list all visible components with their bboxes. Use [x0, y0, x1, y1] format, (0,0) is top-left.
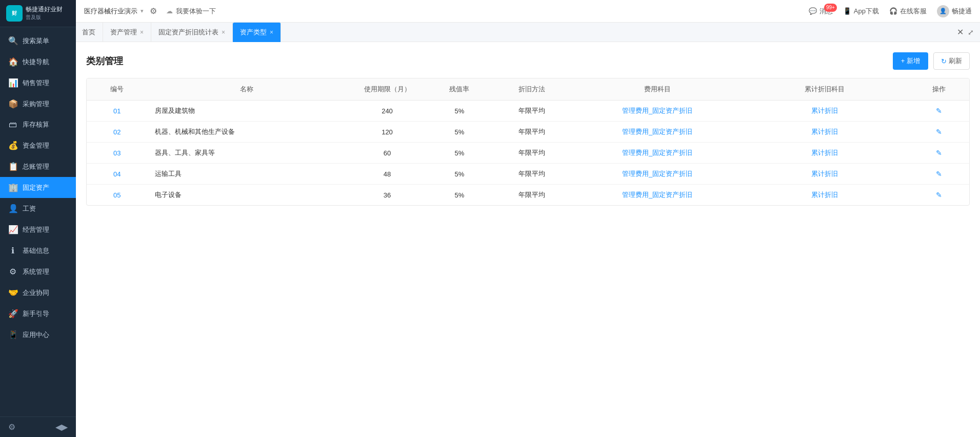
- customer-service-button[interactable]: 🎧 在线客服: [889, 7, 927, 16]
- tab-close-icon[interactable]: ×: [222, 29, 225, 35]
- module-settings-icon[interactable]: ⚙: [150, 6, 157, 16]
- table-row: 03 器具、工具、家具等 60 5% 年限平均 管理费用_固定资产折旧 累计折旧…: [87, 143, 969, 164]
- cell-expense: 管理费用_固定资产折旧: [573, 185, 741, 206]
- sidebar-item-system[interactable]: ⚙系统管理: [0, 261, 76, 282]
- sidebar-item-sales[interactable]: 📊销售管理: [0, 72, 76, 93]
- cell-method: 年限平均: [490, 101, 573, 122]
- sidebar-item-appstore[interactable]: 📱应用中心: [0, 324, 76, 345]
- col-header-residual: 残值率: [429, 78, 490, 101]
- sidebar-item-purchase[interactable]: 📦采购管理: [0, 93, 76, 114]
- edit-button[interactable]: ✎: [936, 107, 942, 115]
- cell-accumulated: 累计折旧: [741, 143, 908, 164]
- sidebar-item-basic[interactable]: ℹ基础信息: [0, 240, 76, 261]
- settings-icon[interactable]: ⚙: [8, 422, 15, 432]
- sidebar-item-label: 库存核算: [23, 120, 49, 129]
- sidebar-nav: 🔍搜索菜单🏠快捷导航📊销售管理📦采购管理🗃库存核算💰资金管理📋总账管理🏢固定资产…: [0, 27, 76, 416]
- topbar: 医疗器械行业演示 ▾ ⚙ ☁ 我要体验一下 💬 消息 99+ 📱 App下载 🎧…: [76, 0, 980, 23]
- tab-资产管理[interactable]: 资产管理×: [103, 23, 151, 42]
- tab-首页[interactable]: 首页: [82, 23, 103, 42]
- tab-close-icon[interactable]: ×: [140, 29, 144, 35]
- cell-residual: 5%: [429, 143, 490, 164]
- quicknav-icon: 🏠: [8, 57, 17, 67]
- tab-label: 首页: [82, 28, 95, 37]
- messages-button[interactable]: 💬 消息 99+: [809, 7, 833, 16]
- user-name: 畅捷通: [952, 7, 972, 16]
- page-title: 类别管理: [86, 55, 123, 67]
- cell-accumulated: 累计折旧: [741, 164, 908, 185]
- ledger-icon: 📋: [8, 162, 17, 171]
- headset-icon: 🎧: [889, 7, 897, 15]
- cell-period: 60: [345, 143, 429, 164]
- cell-action: ✎: [908, 143, 969, 164]
- app-logo-icon: 财: [6, 5, 23, 22]
- search-icon: 🔍: [8, 36, 17, 46]
- sidebar-item-label: 固定资产: [23, 183, 49, 192]
- sidebar-item-label: 基础信息: [23, 246, 49, 255]
- edit-button[interactable]: ✎: [936, 191, 942, 199]
- sidebar-item-inventory[interactable]: 🗃库存核算: [0, 114, 76, 135]
- close-tab-icon[interactable]: ✕: [957, 27, 964, 37]
- cell-action: ✎: [908, 101, 969, 122]
- guide-icon: 🚀: [8, 309, 17, 319]
- cell-period: 240: [345, 101, 429, 122]
- payroll-icon: 👤: [8, 204, 17, 213]
- topbar-right: 💬 消息 99+ 📱 App下载 🎧 在线客服 👤 畅捷通: [809, 5, 972, 17]
- tab-固定资产折旧统计表[interactable]: 固定资产折旧统计表×: [151, 23, 233, 42]
- sidebar-item-capital[interactable]: 💰资金管理: [0, 135, 76, 156]
- col-header-period: 使用期限（月）: [345, 78, 429, 101]
- sidebar-item-label: 总账管理: [23, 162, 49, 171]
- sidebar-item-payroll[interactable]: 👤工资: [0, 198, 76, 219]
- edit-button[interactable]: ✎: [936, 170, 942, 178]
- app-name: 畅捷通好业财: [26, 6, 63, 14]
- system-icon: ⚙: [8, 267, 17, 276]
- sidebar-footer: ⚙ ◀▶: [0, 416, 76, 437]
- sidebar-item-label: 工资: [23, 204, 36, 213]
- tab-资产类型[interactable]: 资产类型×: [233, 23, 281, 42]
- edit-button[interactable]: ✎: [936, 128, 942, 136]
- sidebar-item-label: 经营管理: [23, 225, 49, 234]
- cell-method: 年限平均: [490, 143, 573, 164]
- sidebar-item-fixed[interactable]: 🏢固定资产: [0, 177, 76, 198]
- tab-label: 资产类型: [240, 28, 267, 37]
- edit-button[interactable]: ✎: [936, 149, 942, 157]
- user-menu[interactable]: 👤 畅捷通: [937, 5, 972, 17]
- tab-close-icon[interactable]: ×: [270, 29, 273, 35]
- fixed-icon: 🏢: [8, 183, 17, 192]
- sidebar-item-search[interactable]: 🔍搜索菜单: [0, 30, 76, 51]
- main-area: 医疗器械行业演示 ▾ ⚙ ☁ 我要体验一下 💬 消息 99+ 📱 App下载 🎧…: [76, 0, 980, 437]
- trial-text: 我要体验一下: [176, 7, 216, 16]
- sidebar-item-coop[interactable]: 🤝企业协同: [0, 282, 76, 303]
- cell-expense: 管理费用_固定资产折旧: [573, 122, 741, 143]
- app-download-button[interactable]: 📱 App下载: [843, 7, 879, 16]
- app-download-label: App下载: [854, 7, 879, 16]
- operations-icon: 📈: [8, 225, 17, 234]
- trial-button[interactable]: ☁ 我要体验一下: [166, 7, 216, 16]
- cell-code: 05: [87, 185, 148, 206]
- module-selector[interactable]: 医疗器械行业演示 ▾: [84, 7, 144, 16]
- app-badge: 普及版: [26, 14, 63, 21]
- sidebar-item-operations[interactable]: 📈经营管理: [0, 219, 76, 240]
- purchase-icon: 📦: [8, 99, 17, 109]
- expand-icon[interactable]: ⤢: [968, 28, 974, 36]
- cell-period: 36: [345, 185, 429, 206]
- data-table: 编号 名称 使用期限（月） 残值率 折旧方法 费用科目 累计折旧科目 操作 01…: [86, 78, 970, 206]
- cell-action: ✎: [908, 164, 969, 185]
- coop-icon: 🤝: [8, 288, 17, 297]
- new-button[interactable]: + 新增: [893, 52, 928, 70]
- collapse-icon[interactable]: ◀▶: [55, 422, 68, 432]
- cell-code: 02: [87, 122, 148, 143]
- col-header-code: 编号: [87, 78, 148, 101]
- sidebar-item-label: 企业协同: [23, 288, 49, 297]
- cell-period: 120: [345, 122, 429, 143]
- sidebar-item-guide[interactable]: 🚀新手引导: [0, 303, 76, 324]
- cell-accumulated: 累计折旧: [741, 185, 908, 206]
- cell-code: 01: [87, 101, 148, 122]
- page-header: 类别管理 + 新增 ↻ 刷新: [86, 52, 970, 70]
- sidebar-item-ledger[interactable]: 📋总账管理: [0, 156, 76, 177]
- col-header-name: 名称: [148, 78, 346, 101]
- sidebar: 财 畅捷通好业财 普及版 🔍搜索菜单🏠快捷导航📊销售管理📦采购管理🗃库存核算💰资…: [0, 0, 76, 437]
- cell-expense: 管理费用_固定资产折旧: [573, 143, 741, 164]
- sidebar-item-quicknav[interactable]: 🏠快捷导航: [0, 51, 76, 72]
- cell-residual: 5%: [429, 101, 490, 122]
- refresh-button[interactable]: ↻ 刷新: [933, 52, 970, 70]
